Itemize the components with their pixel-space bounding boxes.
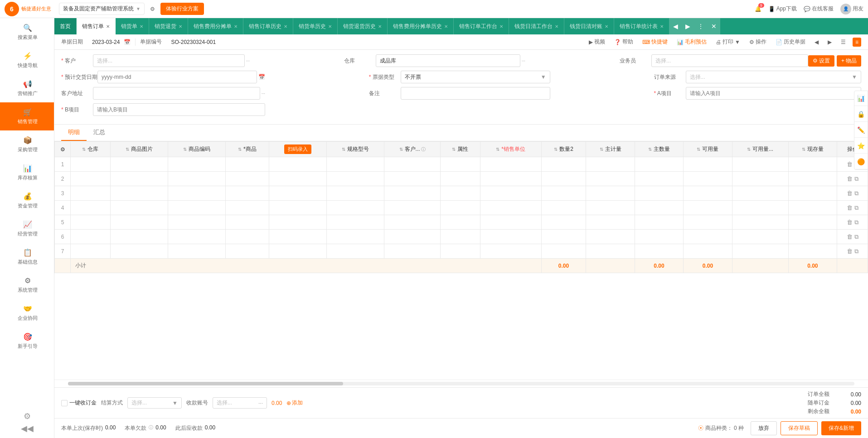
tab-close-icon[interactable]: ✕ [328,24,332,29]
cell-unit-1[interactable] [480,157,541,172]
sidebar-item-quicknav[interactable]: ⚡ 快捷导航 [0,46,54,74]
cell-qty2-4[interactable] [541,201,586,215]
right-icon-orange[interactable]: 🟠 [854,154,868,169]
cell-code-1[interactable] [168,157,225,172]
account-select[interactable]: 选择... ··· [213,397,267,409]
cell-qty2-5[interactable] [541,215,586,230]
user-menu[interactable]: 👤 用友 [840,4,863,14]
tab-home[interactable]: 首页 [54,18,77,34]
cell-avail2-2[interactable] [732,172,788,186]
cell-mqty-5[interactable] [635,215,683,230]
right-icon-lock[interactable]: 🔒 [854,107,868,122]
cell-attr-3[interactable] [441,186,480,201]
cell-qty2-1[interactable] [541,157,586,172]
sidebar-item-cooperation[interactable]: 🤝 企业协同 [0,299,54,327]
cell-ccode-6[interactable] [384,230,441,244]
cell-name-3[interactable] [226,186,269,201]
save-draft-btn[interactable]: 保存草稿 [781,421,818,435]
cell-avail2-5[interactable] [732,215,788,230]
cell-mqty-4[interactable] [635,201,683,215]
cell-image-3[interactable] [110,186,168,201]
delete-row-icon[interactable]: 🗑 [847,233,853,241]
save-new-btn[interactable]: 保存&新增 [821,421,861,435]
cell-warehouse-3[interactable] [71,186,111,201]
tab-close-icon[interactable]: ✕ [555,24,558,29]
cell-image-4[interactable] [110,201,168,215]
cell-avail-7[interactable] [684,244,732,259]
cell-avail-4[interactable] [684,201,732,215]
cell-stock-3[interactable] [788,186,837,201]
copy-row-icon[interactable]: ⧉ [854,233,858,241]
sidebar-item-purchase[interactable]: 📦 采购管理 [0,130,54,159]
cell-image-1[interactable] [110,157,168,172]
cell-stock-6[interactable] [788,230,837,244]
cell-ccode-7[interactable] [384,244,441,259]
customer-address-input[interactable] [93,87,260,100]
scroll-track[interactable] [68,382,854,385]
cell-unit-3[interactable] [480,186,541,201]
cell-stock-4[interactable] [788,201,837,215]
cell-spec-3[interactable] [326,186,384,201]
copy-row-icon[interactable]: ⧉ [854,204,858,212]
help-btn[interactable]: ❓ 帮助 [612,37,635,47]
sort-mqty-icon[interactable]: ⇅ [648,147,652,152]
cell-name-1[interactable] [226,157,269,172]
tab-summary[interactable]: 汇总 [87,125,112,141]
cell-avail2-6[interactable] [732,230,788,244]
next-record-btn[interactable]: ▶ [825,38,834,46]
delete-row-icon[interactable]: 🗑 [847,204,853,212]
tab-bill-history[interactable]: 销货单历史 ✕ [293,18,338,34]
cell-mqty-6[interactable] [635,230,683,244]
cell-code-6[interactable] [168,230,225,244]
scan-btn[interactable]: 扫码录入 [284,144,311,154]
cell-ccode-5[interactable] [384,215,441,230]
tab-prev-btn[interactable]: ◀ [669,18,682,34]
cell-spec-1[interactable] [326,157,384,172]
settings-btn[interactable]: ⚙ 设置 [808,55,834,67]
sidebar-item-search[interactable]: 🔍 搜索菜单 [0,18,54,46]
cell-spec-2[interactable] [326,172,384,186]
tab-order-history[interactable]: 销售订单历史 ✕ [243,18,293,34]
system-selector[interactable]: 装备及固定资产辅助管理系统 ▼ [59,3,145,15]
sort-ccode-icon[interactable]: ⇅ [399,147,403,152]
calendar-icon[interactable]: 📅 [124,39,131,45]
cell-spec-7[interactable] [326,244,384,259]
cell-warehouse-4[interactable] [71,201,111,215]
cell-scan-7[interactable] [269,244,326,259]
cell-image-7[interactable] [110,244,168,259]
cell-ccode-2[interactable] [384,172,441,186]
cell-unit-4[interactable] [480,201,541,215]
tab-close-icon[interactable]: ✕ [378,24,382,29]
cell-code-5[interactable] [168,215,225,230]
cell-mqty-3[interactable] [635,186,683,201]
tab-close-icon[interactable]: ✕ [444,24,448,29]
tab-next-btn[interactable]: ▶ [682,18,694,34]
cell-mqty-7[interactable] [635,244,683,259]
warehouse-more-icon[interactable]: ··· [522,58,525,63]
cell-mqty-2[interactable] [635,172,683,186]
cell-unit-7[interactable] [480,244,541,259]
cell-attr-4[interactable] [441,201,480,215]
sort-qty2-icon[interactable]: ⇅ [554,147,558,152]
tab-return-history[interactable]: 销货退货历史 ✕ [338,18,388,34]
scroll-thumb[interactable] [68,382,343,385]
settlement-method-select[interactable]: 选择... ▼ [127,397,182,409]
order-source-input[interactable]: 选择... ▼ [686,71,862,83]
cell-warehouse-1[interactable] [71,157,111,172]
sort-unit-icon[interactable]: ⇅ [496,147,499,152]
one-click-payment-checkbox[interactable]: 一键收订金 [61,399,97,407]
operation-btn[interactable]: ⚙ 操作 [747,37,769,47]
tab-close-all-btn[interactable]: ✕ [708,18,720,34]
tab-close-icon[interactable]: ✕ [499,24,503,29]
tab-sales-fee[interactable]: 销售费用分摊单 ✕ [188,18,243,34]
customer-input[interactable]: 选择... [93,54,245,67]
add-goods-btn[interactable]: + 物品 [837,55,861,67]
cell-ccode-4[interactable] [384,201,441,215]
cell-avail-1[interactable] [684,157,732,172]
sort-code-icon[interactable]: ⇅ [183,147,187,152]
cell-attr-5[interactable] [441,215,480,230]
copy-row-icon[interactable]: ⧉ [854,175,858,183]
tab-close-icon[interactable]: ✕ [179,24,182,29]
tab-cash-workbench[interactable]: 钱货日清工作台 ✕ [509,18,564,34]
cell-avail2-7[interactable] [732,244,788,259]
